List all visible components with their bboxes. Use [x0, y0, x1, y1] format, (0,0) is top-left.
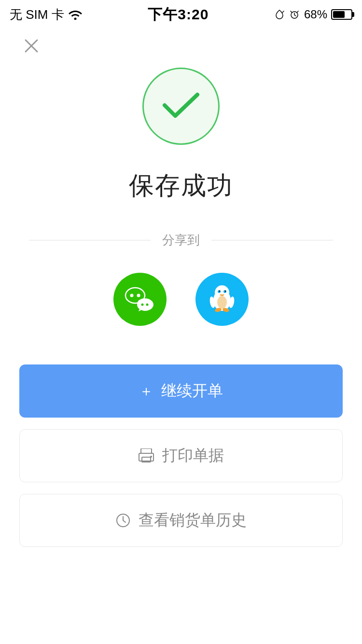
carrier-text: 无 SIM 卡: [10, 6, 64, 23]
svg-point-7: [146, 304, 149, 306]
wechat-share-button[interactable]: [113, 273, 167, 326]
print-label: 打印单据: [162, 445, 224, 466]
close-button[interactable]: [19, 34, 43, 58]
clock-icon: [115, 513, 131, 528]
svg-point-12: [219, 291, 221, 292]
status-bar: 无 SIM 卡 下午3:20 68%: [0, 0, 362, 29]
svg-point-5: [137, 294, 140, 297]
plus-icon: ＋: [139, 381, 153, 401]
wifi-icon: [68, 9, 83, 20]
divider-line-right: [211, 240, 333, 240]
qq-share-button[interactable]: [195, 273, 249, 326]
divider-line-left: [29, 240, 151, 240]
success-title: 保存成功: [129, 169, 233, 203]
svg-point-22: [150, 456, 152, 458]
svg-rect-19: [141, 448, 152, 453]
svg-point-4: [130, 294, 134, 297]
battery-indicator: [331, 9, 352, 20]
share-label: 分享到: [151, 232, 211, 249]
status-time: 下午3:20: [148, 5, 209, 25]
wechat-icon: [124, 285, 156, 314]
battery-percent: 68%: [304, 8, 327, 21]
continue-label: 继续开单: [161, 380, 223, 402]
location-icon: [274, 9, 285, 20]
svg-point-6: [141, 304, 144, 306]
share-icons-row: [113, 273, 249, 326]
success-icon-circle: [142, 68, 220, 145]
history-label: 查看销货单历史: [139, 510, 247, 531]
main-content: 保存成功 分享到: [0, 29, 362, 547]
checkmark-icon: [162, 92, 200, 121]
action-buttons: ＋ 继续开单 打印单据 查看销货单历史: [0, 364, 362, 547]
print-button[interactable]: 打印单据: [19, 429, 343, 482]
svg-point-13: [225, 291, 226, 292]
qq-icon: [206, 283, 238, 316]
status-right: 68%: [274, 8, 352, 21]
svg-point-14: [217, 296, 227, 308]
alarm-icon: [289, 9, 300, 20]
print-icon: [138, 448, 154, 463]
history-button[interactable]: 查看销货单历史: [19, 494, 343, 547]
status-left: 无 SIM 卡: [10, 6, 83, 23]
share-divider: 分享到: [0, 232, 362, 249]
continue-button[interactable]: ＋ 继续开单: [19, 364, 343, 418]
